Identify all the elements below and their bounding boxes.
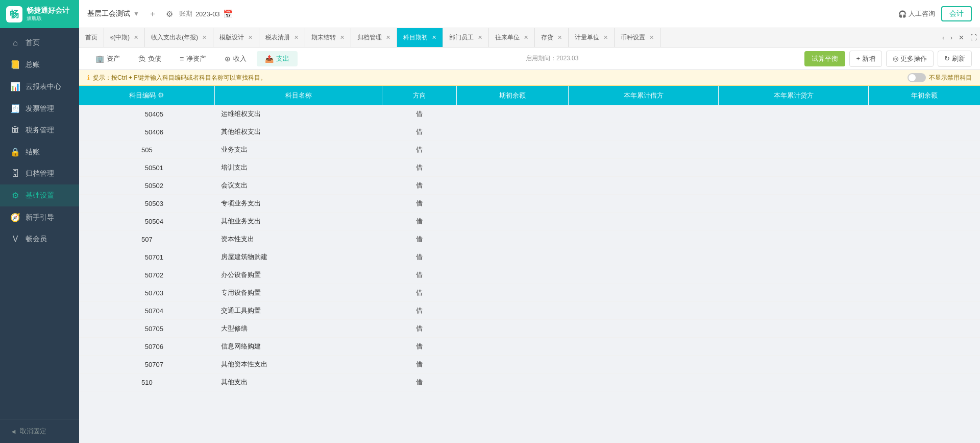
table-row[interactable]: 507 资本性支出 借 [79, 230, 980, 248]
tab-close-icon[interactable]: ✕ [557, 34, 562, 41]
more-icon: ◎ [893, 55, 898, 62]
tabs-close-all-btn[interactable]: ✕ [955, 34, 967, 41]
tabs-next-btn[interactable]: › [947, 34, 955, 41]
tab-往来单位[interactable]: 往来单位✕ [489, 28, 535, 47]
sidebar-item-member[interactable]: V 畅会员 [0, 228, 79, 250]
tab-首页[interactable]: 首页 [79, 28, 104, 47]
tab-close-icon[interactable]: ✕ [134, 34, 138, 41]
table-row[interactable]: 50704 交通工具购置 借 [79, 302, 980, 320]
table-row[interactable]: 50406 其他维权支出 借 [79, 123, 980, 141]
calc-balance-btn[interactable]: 试算平衡 [804, 51, 845, 66]
table-row[interactable]: 510 其他支出 借 [79, 374, 980, 391]
more-btn[interactable]: ◎ 更多操作 [886, 51, 934, 67]
cell-name: 办公设备购置 [215, 266, 382, 284]
table-row[interactable]: 50501 培训支出 借 [79, 159, 980, 177]
tab-close-icon[interactable]: ✕ [649, 34, 654, 41]
table-row[interactable]: 505 业务支出 借 [79, 141, 980, 159]
table-row[interactable]: 50707 其他资本性支出 借 [79, 356, 980, 374]
cell-name: 其他支出 [215, 374, 382, 391]
topbar-settings-icon[interactable]: ⚙ [166, 9, 173, 19]
topbar-right: 🎧 人工咨询 会计 [898, 6, 972, 21]
tab-close-icon[interactable]: ✕ [248, 34, 253, 41]
cell-code: 50705 [79, 320, 215, 338]
col-ytd-credit: 本年累计贷方 [719, 86, 869, 105]
tab-部门员工[interactable]: 部门员工✕ [443, 28, 489, 47]
disabled-toggle[interactable] [908, 73, 926, 82]
tab-close-icon[interactable]: ✕ [432, 34, 436, 41]
tab-label: 归档管理 [357, 33, 382, 42]
cell-ytd-debit [569, 338, 719, 356]
table-row[interactable]: 50701 房屋建筑物购建 借 [79, 248, 980, 266]
cell-opening [456, 141, 569, 159]
sub-tab-负债[interactable]: 负负债 [130, 51, 169, 66]
notice-bar: ℹ 提示：按Ctrl + F键并输入科目编码或者科目名称可以查找科目。 不显示禁… [79, 70, 980, 86]
tab-label: 模版设计 [219, 33, 244, 42]
tab-模版设计[interactable]: 模版设计✕ [213, 28, 259, 47]
tab-close-icon[interactable]: ✕ [340, 34, 345, 41]
project-selector[interactable]: 基层工会测试 ▼ [87, 9, 139, 18]
table-row[interactable]: 50703 专用设备购置 借 [79, 284, 980, 302]
tab-计量单位[interactable]: 计量单位✕ [569, 28, 615, 47]
sidebar-item-reports[interactable]: 📊 云报表中心 [0, 76, 79, 98]
cell-ytd-credit [719, 159, 869, 177]
sub-tab-净资产[interactable]: ≡净资产 [172, 51, 214, 66]
sidebar-item-archive[interactable]: 🗄 归档管理 [0, 163, 79, 184]
tab-close-icon[interactable]: ✕ [202, 34, 207, 41]
tab-币种设置[interactable]: 币种设置✕ [615, 28, 660, 47]
cell-ytd-credit [719, 266, 869, 284]
tab-期末结转[interactable]: 期末结转✕ [305, 28, 351, 47]
calendar-icon[interactable]: 📅 [223, 9, 233, 19]
cell-ytd-debit [569, 141, 719, 159]
sidebar-item-ledger[interactable]: 📒 总账 [0, 54, 79, 76]
sidebar-item-home[interactable]: ⌂ 首页 [0, 32, 79, 54]
tab-收入支出表(年报)[interactable]: 收入支出表(年报)✕ [145, 28, 213, 47]
cell-ytd-debit [569, 123, 719, 141]
project-arrow-icon: ▼ [133, 10, 139, 17]
tabs-expand-btn[interactable]: ⛶ [967, 34, 980, 41]
table-area: 科目编码 ⚙ 科目名称 方向 期初余额 本年累计借方 本年累计贷方 年初余额 5… [79, 86, 980, 443]
sidebar-item-close[interactable]: 🔒 结账 [0, 141, 79, 163]
table-row[interactable]: 50405 运维维权支出 借 [79, 105, 980, 123]
tab-close-icon[interactable]: ✕ [294, 34, 299, 41]
cell-name: 交通工具购置 [215, 302, 382, 320]
sidebar-item-invoice[interactable]: 🧾 发票管理 [0, 98, 79, 120]
tab-close-icon[interactable]: ✕ [603, 34, 608, 41]
add-tab-button[interactable]: ＋ [145, 8, 160, 20]
sidebar-collapse-btn[interactable]: ◄ 取消固定 [0, 419, 79, 443]
table-row[interactable]: 50503 专项业务支出 借 [79, 195, 980, 213]
table-row[interactable]: 50702 办公设备购置 借 [79, 266, 980, 284]
refresh-btn[interactable]: ↻ 刷新 [938, 51, 972, 67]
tab-close-icon[interactable]: ✕ [386, 34, 390, 41]
tab-close-icon[interactable]: ✕ [524, 34, 528, 41]
tab-close-icon[interactable]: ✕ [478, 34, 482, 41]
tab-归档管理[interactable]: 归档管理✕ [351, 28, 397, 47]
sub-tab-资产[interactable]: 🏢资产 [87, 51, 128, 66]
table-row[interactable]: 50502 会议支出 借 [79, 177, 980, 195]
sub-tab-icon-净资产: ≡ [180, 55, 184, 63]
cell-direction: 借 [382, 105, 457, 123]
sub-tab-支出[interactable]: 📤支出 [257, 51, 298, 66]
tab-є(中期)[interactable]: є(中期)✕ [104, 28, 145, 47]
table-row[interactable]: 50504 其他业务支出 借 [79, 213, 980, 230]
cell-name: 其他业务支出 [215, 213, 382, 230]
sidebar-item-tax[interactable]: 🏛 税务管理 [0, 120, 79, 141]
cell-opening [456, 302, 569, 320]
sidebar-icon-member: V [10, 235, 20, 244]
tabs-prev-btn[interactable]: ‹ [939, 34, 947, 41]
tab-税表清册[interactable]: 税表清册✕ [259, 28, 305, 47]
sub-tab-收入[interactable]: ⊕收入 [216, 51, 255, 66]
sidebar-item-guide[interactable]: 🧭 新手引导 [0, 206, 79, 228]
table-row[interactable]: 50706 信息网络购建 借 [79, 338, 980, 356]
cell-ytd-credit [719, 230, 869, 248]
cell-direction: 借 [382, 284, 457, 302]
sidebar-item-settings[interactable]: ⚙ 基础设置 [0, 184, 79, 206]
table-row[interactable]: 50705 大型修缮 借 [79, 320, 980, 338]
support-btn[interactable]: 🎧 人工咨询 [898, 9, 935, 18]
cell-ytd-credit [719, 320, 869, 338]
table-wrapper[interactable]: 科目编码 ⚙ 科目名称 方向 期初余额 本年累计借方 本年累计贷方 年初余额 5… [79, 86, 980, 443]
column-settings-icon[interactable]: ⚙ [158, 91, 164, 99]
new-btn[interactable]: + 新增 [849, 51, 882, 67]
accountant-button[interactable]: 会计 [941, 6, 972, 21]
tab-科目期初[interactable]: 科目期初✕ [397, 28, 443, 47]
tab-存货[interactable]: 存货✕ [535, 28, 569, 47]
